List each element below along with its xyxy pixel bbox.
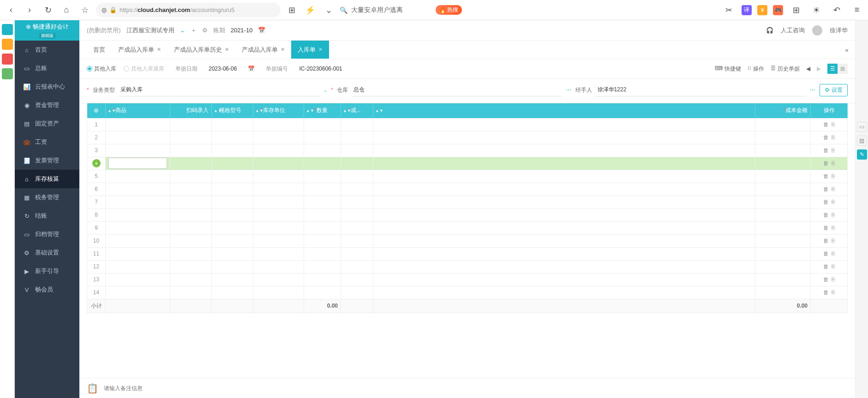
wallet-icon[interactable]: ¥ [757, 5, 767, 15]
flame-icon: 🔥 [439, 7, 446, 13]
undo-icon[interactable]: ↶ [829, 3, 844, 18]
shield-icon: ◎ [102, 6, 107, 13]
apps-icon[interactable]: ⊞ [789, 3, 803, 18]
hot-badge[interactable]: 🔥 热搜 [436, 5, 462, 15]
browser-toolbar: ‹ › ↻ ⌂ ☆ ◎ 🔒 https://cloud.chanjet.com/… [0, 0, 868, 20]
search-icon: 🔍 [340, 6, 347, 14]
url-bar[interactable]: ◎ 🔒 https://cloud.chanjet.com/accounting… [96, 3, 281, 18]
scissors-icon[interactable]: ✂ [721, 3, 736, 18]
lock-icon: 🔒 [109, 6, 117, 13]
translate-icon[interactable]: 译 [742, 5, 752, 15]
menu-icon[interactable]: ≡ [850, 3, 864, 18]
back-icon[interactable]: ‹ [4, 3, 18, 18]
qr-icon[interactable]: ⊞ [284, 3, 299, 18]
browser-search[interactable]: 🔍 大量安卓用户逃离 [340, 3, 432, 18]
game-icon[interactable]: 🎮 [773, 5, 783, 15]
bolt-icon[interactable]: ⚡ [303, 3, 317, 18]
url-text: https://cloud.chanjet.com/accounting/uru… [120, 6, 234, 13]
forward-icon[interactable]: › [22, 3, 37, 18]
sun-icon[interactable]: ☀ [809, 3, 824, 18]
browser-right-icons: ✂ 译 ¥ 🎮 ⊞ ☀ ↶ ≡ [721, 3, 864, 18]
chevron-down-icon[interactable]: ⌄ [321, 3, 336, 18]
star-icon[interactable]: ☆ [78, 3, 92, 18]
reload-icon[interactable]: ↻ [41, 3, 55, 18]
home-icon[interactable]: ⌂ [59, 3, 74, 18]
